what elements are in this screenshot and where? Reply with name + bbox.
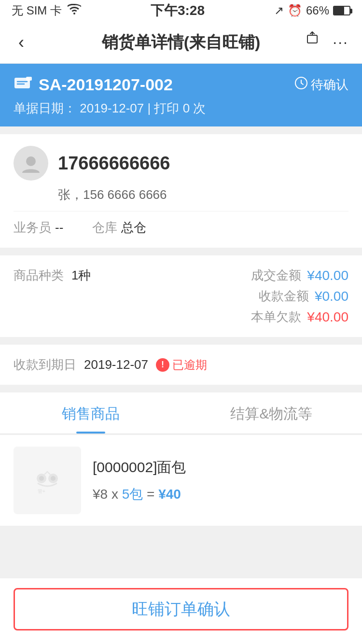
overdue-text: 已逾期	[172, 357, 207, 373]
svg-point-7	[39, 476, 44, 481]
product-type-value: 1种	[71, 267, 91, 284]
tab-settlement-label: 结算&物流等	[230, 406, 312, 421]
collected-label: 收款金额	[259, 288, 309, 305]
summary-right: 成交金额 ¥40.00 收款金额 ¥0.00 本单欠款 ¥40.00	[251, 267, 348, 325]
divider-1	[14, 211, 348, 211]
print-info: | 打印 0 次	[147, 101, 206, 115]
product-price: ¥8	[93, 487, 108, 502]
owed-row: 本单欠款 ¥40.00	[251, 308, 348, 325]
product-thumbnail: 管+	[14, 447, 81, 514]
order-status-text: 待确认	[311, 76, 348, 93]
tab-products-label: 销售商品	[62, 406, 120, 421]
due-section: 收款到期日 2019-12-07 ! 已逾期	[0, 345, 362, 385]
status-bar-time: 下午3:28	[151, 1, 205, 20]
collected-row: 收款金额 ¥0.00	[259, 288, 348, 305]
customer-meta: 业务员 -- 仓库 总仓	[14, 219, 348, 236]
owed-value: ¥40.00	[307, 309, 348, 325]
owed-label: 本单欠款	[251, 308, 301, 325]
sales-rep-label: 业务员	[14, 219, 51, 236]
warehouse-value: 总仓	[121, 219, 146, 236]
product-multiply: x	[111, 487, 118, 502]
svg-text:管+: 管+	[38, 489, 45, 494]
nav-actions: ···	[304, 31, 348, 53]
svg-rect-0	[307, 35, 317, 43]
summary-section: 商品种类 1种 成交金额 ¥40.00 收款金额 ¥0.00 本单欠款 ¥40.…	[0, 255, 362, 337]
summary-left: 商品种类 1种	[14, 267, 91, 284]
product-section: 管+ [0000002]面包 ¥8 x 5包 = ¥40	[0, 435, 362, 526]
carrier-text: 无 SIM 卡	[12, 3, 62, 18]
warehouse-label: 仓库	[92, 219, 117, 236]
svg-point-4	[26, 156, 36, 166]
product-qty: 5包	[122, 487, 143, 502]
customer-name: 张，156 6666 6666	[58, 186, 348, 203]
product-type-row: 商品种类 1种	[14, 267, 91, 284]
order-date-row: 单据日期： 2019-12-07 | 打印 0 次	[14, 100, 348, 117]
due-date: 2019-12-07	[84, 357, 148, 372]
order-id-text: SA-20191207-002	[39, 75, 173, 94]
clock-icon	[294, 76, 308, 93]
location-icon: ↗	[274, 4, 284, 17]
sales-rep-value: --	[55, 220, 63, 235]
battery-text: 66%	[306, 4, 329, 17]
warehouse-item: 仓库 总仓	[92, 219, 146, 236]
tabs-section: 销售商品 结算&物流等	[0, 392, 362, 434]
sales-rep-item: 业务员 --	[14, 219, 63, 236]
overdue-icon: !	[156, 358, 169, 372]
collected-value: ¥0.00	[315, 289, 348, 304]
product-type-label: 商品种类	[14, 267, 64, 284]
order-icon	[14, 75, 33, 94]
customer-avatar	[14, 146, 48, 181]
confirm-button[interactable]: 旺铺订单确认	[14, 588, 348, 630]
order-date-value: 2019-12-07	[80, 101, 144, 115]
order-status: 待确认	[294, 76, 348, 93]
back-button[interactable]: ‹	[14, 28, 29, 57]
tab-settlement[interactable]: 结算&物流等	[181, 392, 362, 434]
wifi-icon	[68, 4, 81, 17]
svg-point-8	[51, 476, 56, 481]
share-button[interactable]	[304, 31, 321, 53]
product-info: [0000002]面包 ¥8 x 5包 = ¥40	[93, 458, 348, 504]
tab-products[interactable]: 销售商品	[0, 392, 181, 434]
due-label: 收款到期日	[14, 356, 76, 373]
page-title: 销货单详情(来自旺铺)	[102, 31, 261, 54]
alarm-icon: ⏰	[288, 4, 302, 17]
amount-value: ¥40.00	[307, 268, 348, 283]
product-price-row: ¥8 x 5包 = ¥40	[93, 485, 348, 504]
order-id-container: SA-20191207-002	[14, 75, 173, 94]
status-bar-right: ↗ ⏰ 66%	[274, 4, 350, 17]
battery-icon	[333, 6, 350, 15]
amount-row: 成交金额 ¥40.00	[251, 267, 348, 284]
more-button[interactable]: ···	[333, 33, 348, 51]
svg-rect-2	[26, 77, 32, 81]
status-bar: 无 SIM 卡 下午3:28 ↗ ⏰ 66%	[0, 0, 362, 21]
confirm-btn-container: 旺铺订单确认	[0, 578, 362, 644]
order-header: SA-20191207-002 待确认 单据日期： 2019-12-07 | 打…	[0, 64, 362, 126]
overdue-badge: ! 已逾期	[156, 357, 207, 373]
product-name: [0000002]面包	[93, 458, 348, 477]
tabs-row: 销售商品 结算&物流等	[0, 392, 362, 434]
customer-phone-row: 17666666666	[14, 146, 348, 181]
customer-section: 17666666666 张，156 6666 6666 业务员 -- 仓库 总仓	[0, 134, 362, 248]
status-bar-left: 无 SIM 卡	[12, 3, 81, 18]
amount-label: 成交金额	[251, 267, 301, 284]
product-total: ¥40	[158, 487, 181, 502]
nav-bar: ‹ 销货单详情(来自旺铺) ···	[0, 21, 362, 64]
customer-phone: 17666666666	[58, 153, 170, 174]
order-date-label: 单据日期：	[14, 101, 76, 115]
